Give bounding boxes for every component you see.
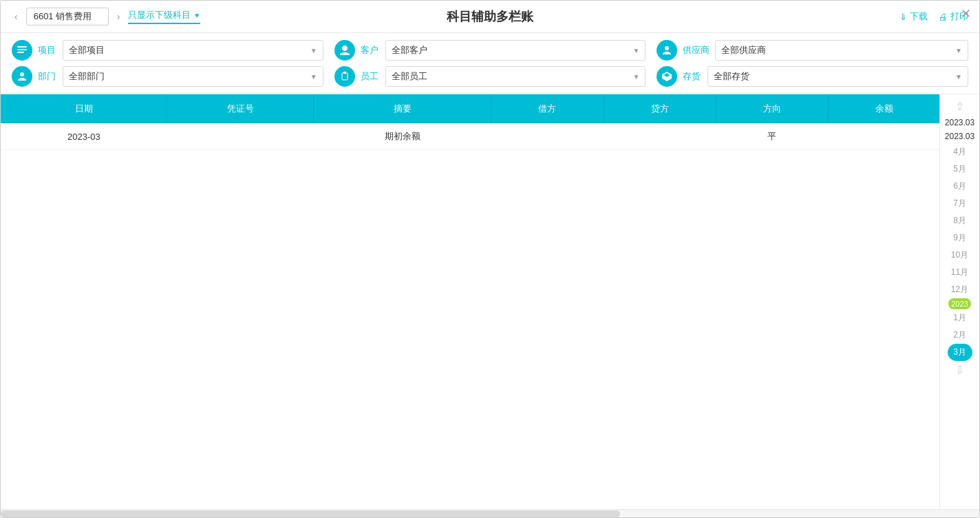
inventory-label: 存货 xyxy=(683,70,702,83)
col-date: 日期 xyxy=(1,94,167,123)
show-sub-chevron: ▼ xyxy=(193,12,200,19)
month-item-8[interactable]: 8月 xyxy=(940,212,979,229)
supplier-select[interactable]: 全部供应商 ▼ xyxy=(715,40,968,61)
supplier-chevron: ▼ xyxy=(955,47,962,54)
department-chevron: ▼ xyxy=(310,73,317,81)
cell-debit xyxy=(491,123,604,150)
svg-rect-2 xyxy=(17,52,24,53)
filter-project: 项目 全部项目 ▼ xyxy=(12,40,323,61)
data-table: 日期 凭证号 摘要 借方 贷方 方向 余额 2023-03 期初余额 xyxy=(1,94,939,150)
month-nav-up[interactable]: ⇧ xyxy=(940,97,979,116)
department-value: 全部部门 xyxy=(69,70,105,83)
department-label: 部门 xyxy=(38,70,57,83)
project-label: 项目 xyxy=(38,44,57,56)
h-scrollbar-thumb[interactable] xyxy=(1,510,620,517)
download-button[interactable]: ⇓ 下载 xyxy=(899,10,928,23)
svg-rect-6 xyxy=(343,72,346,74)
month-item-1[interactable]: 1月 xyxy=(940,309,979,327)
project-value: 全部项目 xyxy=(69,44,105,56)
inventory-value: 全部存货 xyxy=(714,70,749,83)
customer-value: 全部客户 xyxy=(392,44,427,56)
col-direction: 方向 xyxy=(716,94,828,123)
download-label: 下载 xyxy=(910,10,928,23)
supplier-value: 全部供应商 xyxy=(721,44,766,56)
month-item-2[interactable]: 2月 xyxy=(940,327,979,344)
filter-customer: 客户 全部客户 ▼ xyxy=(334,40,646,61)
customer-icon xyxy=(334,40,355,61)
col-credit: 贷方 xyxy=(604,94,716,123)
supplier-icon xyxy=(657,40,677,61)
next-account-arrow[interactable]: › xyxy=(114,10,123,23)
month-navigator: ⇧ 2023.03 2023.03 4月 5月 6月 7月 8月 9月 10月 … xyxy=(939,94,979,509)
svg-rect-5 xyxy=(342,73,348,80)
month-item-12[interactable]: 12月 xyxy=(940,281,979,298)
download-icon: ⇓ xyxy=(899,12,907,22)
cell-date: 2023-03 xyxy=(1,123,167,150)
month-item-11[interactable]: 11月 xyxy=(940,264,979,281)
customer-select[interactable]: 全部客户 ▼ xyxy=(385,40,646,61)
month-header-2: 2023.03 xyxy=(940,130,979,143)
svg-point-3 xyxy=(665,46,669,50)
filter-department: 部门 全部部门 ▼ xyxy=(12,66,323,87)
month-item-5[interactable]: 5月 xyxy=(940,160,979,178)
filter-row-2: 部门 全部部门 ▼ 员工 全部员工 ▼ 存货 xyxy=(12,66,968,87)
table-row[interactable]: 2023-03 期初余额 平 xyxy=(1,123,939,150)
month-item-10[interactable]: 10月 xyxy=(940,247,979,264)
prev-account-arrow[interactable]: ‹ xyxy=(12,10,21,23)
cell-summary: 期初余额 xyxy=(314,123,491,150)
table-header-row: 日期 凭证号 摘要 借方 贷方 方向 余额 xyxy=(1,94,939,123)
month-item-9[interactable]: 9月 xyxy=(940,229,979,247)
col-balance: 余额 xyxy=(829,94,939,123)
filter-row-1: 项目 全部项目 ▼ 客户 全部客户 ▼ 供应 xyxy=(12,40,968,61)
month-item-4[interactable]: 4月 xyxy=(940,143,979,160)
month-item-7[interactable]: 7月 xyxy=(940,195,979,212)
year-label-2023: 2023 xyxy=(948,298,970,309)
close-button[interactable]: ✕ xyxy=(961,6,971,21)
month-nav-down[interactable]: ⇩ xyxy=(940,361,979,380)
inventory-chevron: ▼ xyxy=(955,73,962,81)
cell-direction: 平 xyxy=(716,123,828,150)
filter-bar: 项目 全部项目 ▼ 客户 全部客户 ▼ 供应 xyxy=(1,33,979,94)
cell-credit xyxy=(604,123,716,150)
show-sub-dropdown[interactable]: 只显示下级科目 ▼ xyxy=(128,9,200,24)
employee-value: 全部员工 xyxy=(392,70,427,83)
filter-inventory: 存货 全部存货 ▼ xyxy=(657,66,968,87)
customer-chevron: ▼ xyxy=(632,47,639,54)
show-sub-label: 只显示下级科目 xyxy=(128,9,191,21)
account-code-label[interactable]: 6601 销售费用 xyxy=(26,8,109,25)
employee-chevron: ▼ xyxy=(632,73,639,81)
title-bar: ‹ 6601 销售费用 › 只显示下级科目 ▼ 科目辅助多栏账 ⇓ 下载 🖨 打… xyxy=(1,1,979,33)
month-header-1: 2023.03 xyxy=(940,116,979,130)
filter-supplier: 供应商 全部供应商 ▼ xyxy=(657,40,968,61)
h-scrollbar-track xyxy=(1,510,979,517)
main-window: ‹ 6601 销售费用 › 只显示下级科目 ▼ 科目辅助多栏账 ⇓ 下载 🖨 打… xyxy=(0,0,980,518)
svg-point-4 xyxy=(20,72,24,76)
inventory-select[interactable]: 全部存货 ▼ xyxy=(707,66,968,87)
cell-voucher xyxy=(167,123,314,150)
filter-employee: 员工 全部员工 ▼ xyxy=(334,66,646,87)
print-icon: 🖨 xyxy=(939,12,948,22)
table-area: 日期 凭证号 摘要 借方 贷方 方向 余额 2023-03 期初余额 xyxy=(1,94,939,509)
col-voucher: 凭证号 xyxy=(167,94,314,123)
employee-icon xyxy=(334,66,355,87)
svg-rect-0 xyxy=(17,46,27,48)
col-debit: 借方 xyxy=(491,94,604,123)
employee-label: 员工 xyxy=(361,70,380,83)
employee-select[interactable]: 全部员工 ▼ xyxy=(385,66,646,87)
month-item-6[interactable]: 6月 xyxy=(940,178,979,195)
title-bar-right: ⇓ 下载 🖨 打印 xyxy=(899,10,968,23)
month-item-3-active[interactable]: 3月 xyxy=(948,344,972,361)
h-scrollbar-container xyxy=(1,509,979,517)
project-select[interactable]: 全部项目 ▼ xyxy=(63,40,323,61)
supplier-label: 供应商 xyxy=(683,44,710,56)
project-icon xyxy=(12,40,32,61)
svg-rect-1 xyxy=(17,49,27,50)
department-icon xyxy=(12,66,32,87)
page-title: 科目辅助多栏账 xyxy=(447,8,533,25)
customer-label: 客户 xyxy=(361,44,380,56)
department-select[interactable]: 全部部门 ▼ xyxy=(63,66,323,87)
main-content: 日期 凭证号 摘要 借方 贷方 方向 余额 2023-03 期初余额 xyxy=(1,94,979,509)
title-bar-left: ‹ 6601 销售费用 › 只显示下级科目 ▼ xyxy=(12,8,200,25)
col-summary: 摘要 xyxy=(314,94,491,123)
project-chevron: ▼ xyxy=(310,47,317,54)
